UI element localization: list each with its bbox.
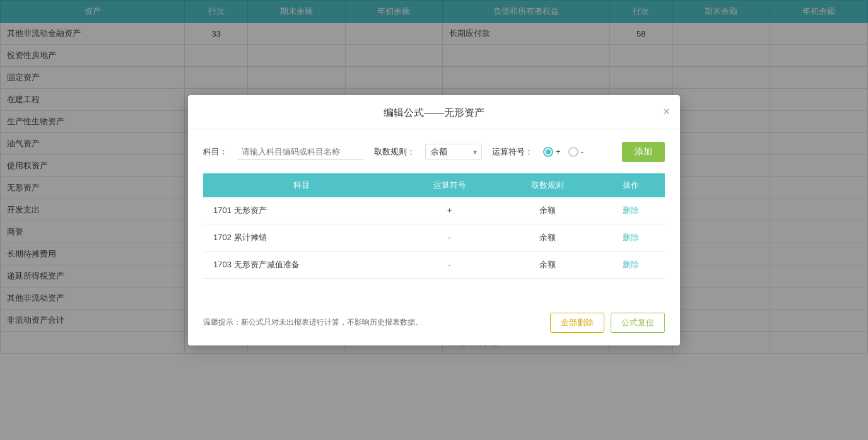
table-row: 1701 无形资产+余额删除 xyxy=(203,197,665,224)
operator-minus-radio[interactable]: - xyxy=(568,147,584,157)
operator-plus-radio[interactable]: + xyxy=(543,147,561,157)
rule-select[interactable]: 余额 借方发生额 贷方发生额 期初余额 xyxy=(425,144,482,159)
rule-select-wrapper: 余额 借方发生额 贷方发生额 期初余额 ▼ xyxy=(425,144,482,159)
delete-all-button[interactable]: 全部删除 xyxy=(550,313,604,333)
modal-title: 编辑公式——无形资产 xyxy=(384,107,484,118)
reset-formula-button[interactable]: 公式复位 xyxy=(611,313,665,333)
edit-formula-modal: 编辑公式——无形资产 × 科目： 取数规则： 余额 借方发生额 贷方发生额 期初… xyxy=(188,95,680,345)
operator-cell: + xyxy=(401,197,499,224)
inner-col-header: 运算符号 xyxy=(401,173,499,197)
subject-label: 科目： xyxy=(203,146,228,158)
operator-label: 运算符号： xyxy=(492,146,533,158)
inner-col-header: 科目 xyxy=(203,173,401,197)
operator-radio-group: + - xyxy=(543,147,584,157)
table-row: 1702 累计摊销-余额删除 xyxy=(203,224,665,251)
modal-header: 编辑公式——无形资产 × xyxy=(188,95,680,129)
inner-col-header: 取数规则 xyxy=(499,173,597,197)
close-button[interactable]: × xyxy=(663,106,670,117)
modal-footer: 温馨提示：新公式只对未出报表进行计算，不影响历史报表数据。 全部删除 公式复位 xyxy=(188,304,680,345)
rule-cell: 余额 xyxy=(499,224,597,251)
operator-minus-label: - xyxy=(581,147,584,156)
radio-plus-circle xyxy=(543,147,553,157)
delete-row-button[interactable]: 删除 xyxy=(623,206,639,215)
delete-row-button[interactable]: 删除 xyxy=(623,233,639,242)
footer-tip: 温馨提示：新公式只对未出报表进行计算，不影响历史报表数据。 xyxy=(203,317,423,328)
subject-input[interactable] xyxy=(238,144,364,159)
form-row: 科目： 取数规则： 余额 借方发生额 贷方发生额 期初余额 ▼ 运算符号： xyxy=(203,142,665,162)
operator-cell: - xyxy=(401,224,499,251)
rule-label: 取数规则： xyxy=(374,146,415,158)
formula-table: 科目运算符号取数规则操作 1701 无形资产+余额删除1702 累计摊销-余额删… xyxy=(203,173,665,279)
subject-cell: 1702 累计摊销 xyxy=(203,224,401,251)
table-row: 1703 无形资产减值准备-余额删除 xyxy=(203,251,665,278)
delete-row-button[interactable]: 删除 xyxy=(623,260,639,269)
action-cell: 删除 xyxy=(597,224,665,251)
modal-body: 科目： 取数规则： 余额 借方发生额 贷方发生额 期初余额 ▼ 运算符号： xyxy=(188,129,680,304)
modal-overlay: 编辑公式——无形资产 × 科目： 取数规则： 余额 借方发生额 贷方发生额 期初… xyxy=(0,0,868,440)
operator-cell: - xyxy=(401,251,499,278)
action-cell: 删除 xyxy=(597,251,665,278)
add-button[interactable]: 添加 xyxy=(622,142,665,162)
inner-col-header: 操作 xyxy=(597,173,665,197)
operator-plus-label: + xyxy=(556,147,561,156)
subject-cell: 1703 无形资产减值准备 xyxy=(203,251,401,278)
footer-buttons: 全部删除 公式复位 xyxy=(550,313,665,333)
subject-cell: 1701 无形资产 xyxy=(203,197,401,224)
rule-cell: 余额 xyxy=(499,197,597,224)
action-cell: 删除 xyxy=(597,197,665,224)
rule-cell: 余额 xyxy=(499,251,597,278)
radio-minus-circle xyxy=(568,147,578,157)
